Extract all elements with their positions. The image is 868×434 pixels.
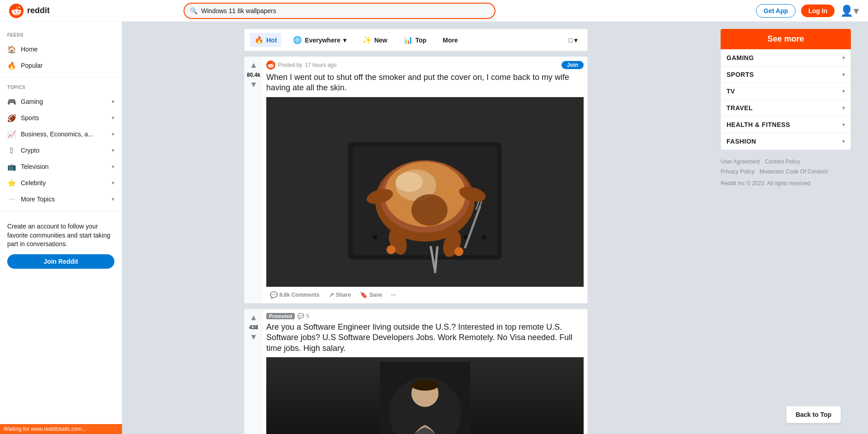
user-agreement-link[interactable]: User Agreement (721, 159, 760, 165)
login-button[interactable]: Log In (801, 5, 835, 17)
topic-item-gaming[interactable]: GAMING ▾ (721, 50, 850, 66)
topic-health-chevron-icon: ▾ (842, 121, 845, 128)
search-icon: 🔍 (190, 7, 198, 14)
footer-links: User Agreement Content Policy Privacy Po… (721, 157, 851, 177)
sidebar-item-home-label: Home (21, 46, 38, 53)
vote-count: 80.4k (247, 72, 260, 78)
tab-top-label: Top (415, 37, 427, 44)
sidebar-item-business[interactable]: 📈 Business, Economics, a... ▾ (0, 126, 122, 142)
more-topics-chevron-icon: ▾ (112, 196, 114, 202)
promoted-post-body: Promoted 💬 5 Are you a Software Engineer… (263, 309, 587, 434)
tab-everywhere[interactable]: 🌐 Everywhere ▾ (288, 33, 351, 47)
moderator-code-link[interactable]: Moderator Code Of Conduct (760, 168, 828, 175)
search-input[interactable] (201, 7, 489, 14)
save-icon: 🔖 (360, 291, 368, 299)
left-sidebar: FEEDS 🏠 Home 🔥 Popular TOPICS 🎮 Gaming ▾ (0, 22, 122, 434)
crypto-chevron-icon: ▾ (112, 147, 114, 154)
topic-item-sports[interactable]: SPORTS ▾ (721, 66, 850, 83)
promoted-meta: Promoted 💬 5 (266, 313, 584, 319)
sidebar-item-popular-label: Popular (21, 62, 42, 69)
save-button[interactable]: 🔖 Save (356, 289, 386, 301)
topic-fashion-label: FASHION (726, 138, 756, 145)
get-app-button[interactable]: Get App (756, 4, 796, 18)
upvote-button[interactable]: ▲ (250, 61, 258, 70)
comments-icon: 💬 (270, 291, 278, 299)
tab-new[interactable]: ✨ New (358, 33, 392, 47)
copyright: Reddit Inc © 2023. All rights reserved (721, 180, 851, 187)
join-reddit-button[interactable]: Join Reddit (7, 254, 114, 269)
post-time: 17 hours ago (305, 62, 336, 68)
post-image-container (266, 97, 584, 287)
topic-travel-chevron-icon: ▾ (842, 105, 845, 111)
sidebar-item-business-label: Business, Economics, a... (21, 131, 93, 138)
vote-column: ▲ 80.4k ▼ (245, 57, 263, 303)
topic-item-tv[interactable]: TV ▾ (721, 83, 850, 100)
sidebar-item-television[interactable]: 📺 Television ▾ (0, 159, 122, 175)
celebrity-chevron-icon: ▾ (112, 180, 114, 186)
tab-top[interactable]: 📊 Top (399, 33, 431, 47)
page-layout: FEEDS 🏠 Home 🔥 Popular TOPICS 🎮 Gaming ▾ (0, 22, 868, 434)
sidebar-item-sports[interactable]: 🏈 Sports ▾ (0, 110, 122, 126)
share-icon: ↗ (329, 291, 334, 299)
post-title: When I went out to shut off the smoker a… (266, 72, 584, 93)
post-card-main: ▲ 80.4k ▼ Pos (244, 56, 588, 303)
view-toggle-icon: □ ▾ (569, 37, 577, 44)
business-icon: 📈 (7, 130, 16, 139)
sidebar-item-popular[interactable]: 🔥 Popular (0, 57, 122, 74)
new-tab-icon: ✨ (363, 36, 372, 44)
video-thumbnail (266, 357, 584, 434)
user-menu-icon[interactable]: 👤▾ (840, 5, 859, 17)
sidebar-item-crypto[interactable]: ₿ Crypto ▾ (0, 142, 122, 159)
tab-more[interactable]: More (438, 34, 462, 47)
tab-more-label: More (443, 37, 458, 44)
topics-card: GAMING ▾ SPORTS ▾ TV ▾ TRAVEL ▾ HEALTH &… (721, 49, 851, 150)
topic-gaming-chevron-icon: ▾ (842, 55, 845, 61)
topic-travel-label: TRAVEL (726, 104, 753, 112)
sidebar-item-gaming-label: Gaming (21, 98, 43, 105)
television-icon: 📺 (7, 162, 16, 171)
promoted-engagement-count: 5 (306, 313, 309, 319)
sidebar-item-gaming[interactable]: 🎮 Gaming ▾ (0, 93, 122, 110)
search-bar[interactable]: 🔍 (184, 3, 495, 19)
promoted-post-title: Are you a Software Engineer living outsi… (266, 322, 584, 354)
topic-tv-chevron-icon: ▾ (842, 88, 845, 94)
save-label: Save (369, 292, 382, 298)
promoted-vote-count: 438 (249, 324, 258, 331)
privacy-policy-link[interactable]: Privacy Policy (721, 168, 755, 175)
post-meta: Posted by 17 hours ago Join (266, 61, 584, 70)
topic-sports-chevron-icon: ▾ (842, 71, 845, 78)
sidebar-item-celebrity[interactable]: ⭐ Celebrity ▾ (0, 175, 122, 191)
sidebar-item-more-topics[interactable]: ··· More Topics ▾ (0, 191, 122, 207)
reddit-logo[interactable]: reddit (9, 4, 50, 18)
back-to-top-button[interactable]: Back to Top (786, 406, 841, 423)
topic-item-fashion[interactable]: FASHION ▾ (721, 133, 850, 149)
content-policy-link[interactable]: Content Policy (765, 159, 800, 165)
join-section: Create an account to follow your favorit… (0, 215, 122, 276)
share-button[interactable]: ↗ Share (325, 289, 354, 301)
more-button[interactable]: ··· (387, 289, 399, 301)
svg-point-23 (411, 194, 448, 226)
more-label: ··· (391, 292, 396, 298)
post-author-prefix: Posted by (278, 62, 302, 68)
header-right: Get App Log In 👤▾ (756, 4, 859, 18)
promoted-downvote-button[interactable]: ▼ (250, 332, 258, 342)
promoted-upvote-button[interactable]: ▲ (250, 313, 258, 322)
share-icon-small: 💬 (297, 313, 304, 319)
svg-point-19 (387, 245, 396, 254)
tab-hot[interactable]: 🔥 Hot (250, 33, 281, 47)
topics-section-label: TOPICS (0, 81, 122, 93)
comments-button[interactable]: 💬 8.6k Comments (266, 289, 323, 301)
join-description: Create an account to follow your favorit… (7, 222, 114, 249)
view-toggle[interactable]: □ ▾ (564, 34, 582, 47)
see-more-button[interactable]: See more (721, 29, 851, 49)
sidebar-item-home[interactable]: 🏠 Home (0, 41, 122, 57)
sports-icon: 🏈 (7, 113, 16, 122)
topic-item-health[interactable]: HEALTH & FITNESS ▾ (721, 117, 850, 133)
post-join-button[interactable]: Join (561, 61, 584, 69)
topic-sports-label: SPORTS (726, 71, 754, 78)
svg-point-11 (481, 235, 486, 239)
share-label: Share (336, 292, 351, 298)
celebrity-icon: ⭐ (7, 178, 16, 187)
topic-item-travel[interactable]: TRAVEL ▾ (721, 100, 850, 117)
downvote-button[interactable]: ▼ (250, 80, 258, 89)
